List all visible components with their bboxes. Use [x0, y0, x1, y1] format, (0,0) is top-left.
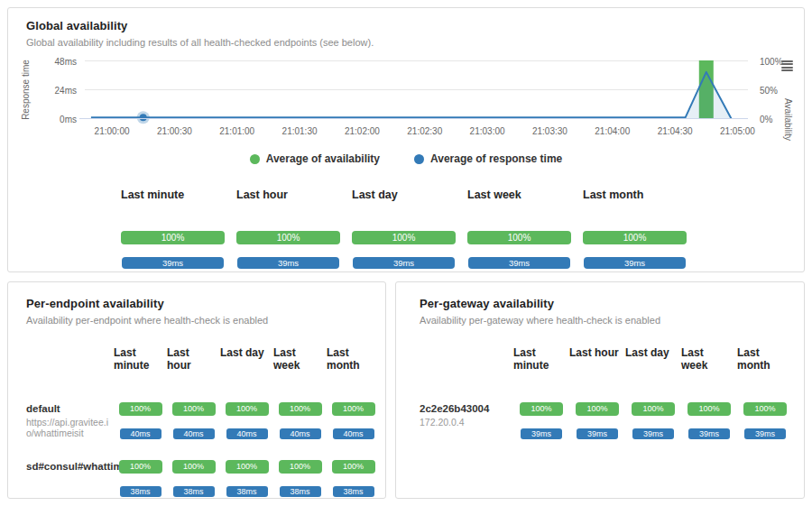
right-axis-tick-label: 100% — [760, 57, 783, 67]
row-spacer — [26, 373, 380, 402]
gateway-availability-table: Last minuteLast hourLast dayLast weekLas… — [420, 347, 804, 439]
right-axis-title: Availability — [783, 84, 793, 156]
response-time-badge: 40ms — [280, 428, 321, 439]
summary-period-label: Last day — [352, 189, 467, 201]
legend-label: Average of availability — [266, 152, 380, 165]
chart-legend: Average of availabilityAverage of respon… — [26, 152, 786, 165]
response-time-badge: 39ms — [237, 257, 339, 269]
column-header: Last month — [737, 347, 793, 373]
legend-dot-icon — [414, 154, 424, 164]
table-cell: 100%40ms — [327, 402, 380, 439]
summary-column: Last minute100%39ms — [121, 189, 236, 269]
table-cell: 100%38ms — [327, 460, 380, 497]
availability-badge: 100% — [226, 460, 269, 474]
chart-svg — [85, 60, 748, 119]
response-time-badge: 38ms — [120, 486, 161, 497]
availability-badge: 100% — [332, 402, 375, 416]
health-check-dashboard: Global availability Global availability … — [0, 0, 812, 506]
summary-period-label: Last week — [467, 189, 583, 201]
response-time-badge: 38ms — [333, 486, 374, 497]
response-time-badge: 40ms — [333, 428, 374, 439]
availability-badge: 100% — [119, 402, 162, 416]
table-cell: 100%38ms — [220, 460, 273, 497]
column-header: Last week — [273, 347, 327, 373]
response-time-badge: 38ms — [226, 486, 268, 497]
table-cell: 100%40ms — [167, 402, 220, 439]
endpoint-row-header: defaulthttps://api.gravitee.io/whattimei… — [26, 402, 114, 439]
response-time-badge: 38ms — [173, 486, 215, 497]
column-header: Last week — [681, 347, 737, 373]
table-cell: 100%38ms — [273, 460, 327, 497]
response-time-marker — [140, 114, 147, 121]
row-spacer — [26, 439, 380, 460]
response-time-badge: 40ms — [226, 428, 268, 439]
gateway-row-header: 2c2e26b43004172.20.0.4 — [420, 402, 513, 439]
x-axis-tick-label: 21:03:00 — [470, 126, 505, 136]
availability-summary: Last minute100%39msLast hour100%39msLast… — [26, 189, 786, 269]
availability-badge: 100% — [279, 460, 322, 474]
legend-item[interactable]: Average of availability — [250, 152, 380, 165]
right-axis-tick-label: 0% — [760, 115, 772, 124]
availability-badge: 100% — [743, 402, 787, 416]
availability-badge: 100% — [119, 460, 162, 474]
response-time-badge: 39ms — [122, 257, 224, 269]
x-axis-tick-label: 21:04:30 — [658, 126, 693, 136]
global-availability-subtitle: Global availability including results of… — [26, 37, 786, 48]
legend-item[interactable]: Average of response time — [414, 152, 562, 165]
legend-label: Average of response time — [430, 152, 562, 165]
summary-column: Last month100%39ms — [583, 189, 698, 269]
per-endpoint-subtitle: Availability per-endpoint where health-c… — [26, 315, 385, 326]
response-time-badge: 39ms — [584, 257, 686, 269]
per-endpoint-title: Per-endpoint availability — [26, 297, 385, 310]
x-axis-tick-label: 21:02:00 — [345, 126, 380, 136]
response-time-badge: 39ms — [688, 428, 730, 439]
left-axis-tick-label: 48ms — [41, 57, 77, 67]
endpoint-name: default — [26, 403, 114, 414]
global-availability-title: Global availability — [26, 19, 786, 32]
response-time-badge: 39ms — [744, 428, 786, 439]
chart-plot-area[interactable] — [85, 60, 748, 119]
table-cell: 100%40ms — [273, 402, 327, 439]
response-time-badge: 40ms — [120, 428, 161, 439]
column-header: Last hour — [569, 347, 625, 373]
column-header: Last minute — [513, 347, 569, 373]
endpoint-row-header: sd#consul#whattimeisit — [26, 460, 114, 497]
left-axis-tick-label: 0ms — [41, 115, 77, 124]
left-axis-tick-label: 24ms — [41, 86, 77, 96]
response-time-badge: 40ms — [173, 428, 215, 439]
availability-badge: 100% — [236, 231, 340, 244]
global-availability-card: Global availability Global availability … — [7, 7, 805, 272]
column-header: Last hour — [167, 347, 220, 373]
summary-column: Last week100%39ms — [467, 189, 583, 269]
response-time-badge: 39ms — [353, 257, 455, 269]
bottom-panels: Per-endpoint availability Availability p… — [7, 281, 805, 499]
column-header: Last month — [327, 347, 380, 373]
response-time-badge: 39ms — [468, 257, 570, 269]
availability-badge: 100% — [279, 402, 322, 416]
table-cell: 100%40ms — [114, 402, 167, 439]
endpoint-detail: https://api.gravitee.io/whattimeisit — [26, 417, 114, 438]
availability-badge: 100% — [226, 402, 269, 416]
availability-badge: 100% — [332, 460, 375, 474]
endpoint-availability-table: Last minuteLast hourLast dayLast weekLas… — [26, 347, 385, 497]
x-axis-tick-label: 21:00:30 — [157, 126, 192, 136]
response-time-badge: 39ms — [577, 428, 618, 439]
table-corner-cell — [26, 347, 114, 373]
x-axis-tick-label: 21:01:30 — [282, 126, 318, 136]
row-spacer — [420, 373, 793, 402]
summary-period-label: Last month — [583, 189, 698, 201]
x-axis-tick-label: 21:05:00 — [720, 126, 755, 136]
availability-badge: 100% — [467, 231, 571, 244]
right-axis-tick-label: 50% — [760, 86, 778, 96]
column-header: Last day — [220, 347, 273, 373]
per-gateway-subtitle: Availability per-gateway where health-ch… — [420, 315, 804, 326]
summary-column: Last day100%39ms — [352, 189, 467, 269]
x-axis-tick-label: 21:04:00 — [595, 126, 630, 136]
table-cell: 100%38ms — [114, 460, 167, 497]
global-availability-chart[interactable]: Response time Availability 0ms24ms48ms 0… — [8, 53, 804, 143]
x-axis-tick-label: 21:01:00 — [219, 126, 254, 136]
availability-badge: 100% — [172, 460, 216, 474]
response-time-badge: 38ms — [280, 486, 321, 497]
response-time-badge: 39ms — [521, 428, 562, 439]
column-header: Last minute — [114, 347, 167, 373]
